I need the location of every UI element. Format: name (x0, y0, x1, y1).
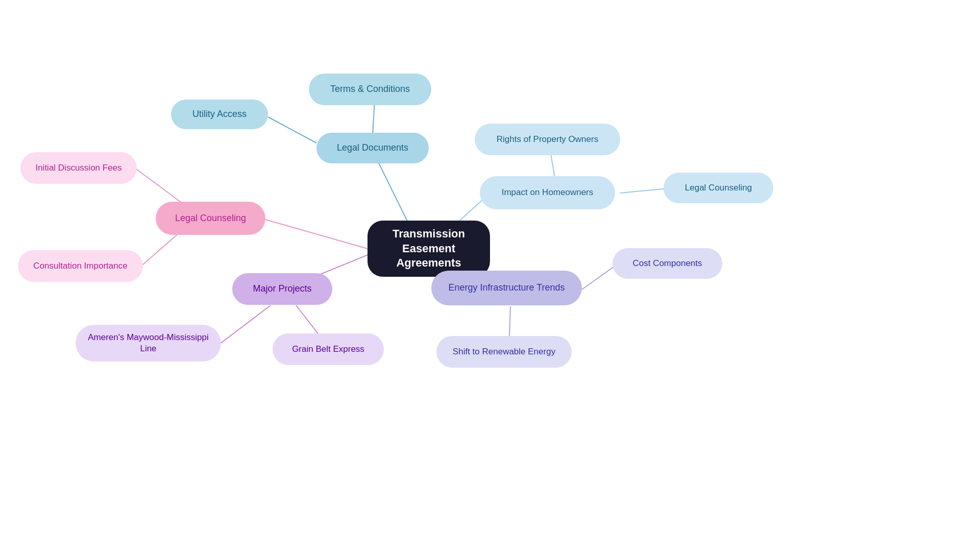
legal-counseling-right-node: Legal Counseling (664, 173, 773, 203)
shift-renewable-node: Shift to Renewable Energy (436, 336, 572, 368)
energy-infra-node: Energy Infrastructure Trends (431, 271, 582, 305)
legal-counseling-left-node: Legal Counseling (156, 202, 265, 235)
svg-line-2 (268, 117, 316, 143)
svg-line-6 (265, 220, 368, 249)
major-projects-node: Major Projects (232, 273, 332, 305)
legal-documents-node: Legal Documents (316, 133, 429, 163)
initial-discussion-node: Initial Discussion Fees (20, 152, 137, 184)
svg-line-7 (135, 168, 184, 204)
cost-components-node: Cost Components (612, 248, 722, 279)
center-node: Transmission Easement Agreements (368, 221, 490, 277)
svg-line-10 (582, 264, 618, 290)
utility-access-node: Utility Access (171, 100, 268, 129)
svg-line-5 (620, 188, 669, 193)
impact-homeowners-node: Impact on Homeowners (480, 176, 615, 209)
rights-property-node: Rights of Property Owners (475, 124, 620, 155)
ameren-node: Ameren's Maywood-Mississippi Line (76, 325, 221, 362)
svg-line-13 (219, 305, 271, 344)
consultation-node: Consultation Importance (18, 250, 143, 282)
terms-conditions-node: Terms & Conditions (309, 74, 431, 105)
grain-belt-node: Grain Belt Express (273, 333, 384, 365)
